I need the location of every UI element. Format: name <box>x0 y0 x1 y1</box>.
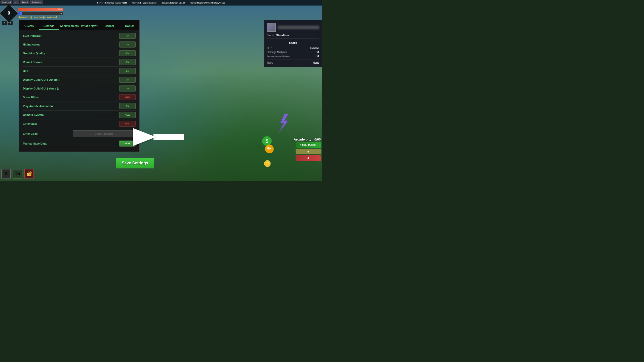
stamina-text: 30 <box>59 12 62 15</box>
stat-title-value: None <box>313 61 319 64</box>
score-sub1: 0 <box>2 21 7 25</box>
toggle-blur[interactable]: ON <box>119 68 136 74</box>
toggle-guild-others[interactable]: ON <box>119 77 136 83</box>
tab-quests[interactable]: Quests <box>19 22 39 30</box>
setting-row-camera: Camera System: NEW <box>23 111 136 119</box>
gold-currency-bar: 1000 / 150000 <box>296 142 321 148</box>
current-season-text: Current Season: Summer <box>132 2 156 4</box>
settings-panel: Quests Settings Achievements What's New?… <box>19 20 140 152</box>
nav-randomizer-button[interactable]: Randomizer <box>30 1 43 4</box>
code-input[interactable] <box>73 130 136 137</box>
status-inactive: Inactive [x2 weekend] <box>34 16 58 19</box>
setting-label-camera: Camera System: <box>23 113 45 116</box>
stand-label: Stand : <box>267 34 275 37</box>
manual-save-row: Manual Save Data: SAVE <box>23 139 136 148</box>
setting-row-arcade-anim: Play Arcade Animation: ON <box>23 102 136 111</box>
stats-title: Stats <box>267 41 319 45</box>
lightning-effect <box>277 113 292 133</box>
top-nav-buttons: Server List 1v1 Ranked Randomizer <box>0 0 44 4</box>
stat-dmg-mult-value: x1 <box>316 51 319 54</box>
coins-icon: 🪙 <box>264 160 271 167</box>
setting-label-cinematic: Cinematic: <box>23 122 37 125</box>
score-value: 0 <box>8 11 10 16</box>
currency-row-3: 0 <box>264 155 321 161</box>
bottom-icons: ⚙ 🛍 👑 <box>1 169 34 178</box>
save-settings-button[interactable]: Save Settings <box>116 158 154 168</box>
settings-icon-button[interactable]: ⚙ <box>1 169 11 178</box>
setting-row-graphics: Graphics Quality: HIGH <box>23 49 136 58</box>
server-id-text: Server ID: Genius Hunter #6856 <box>97 2 127 4</box>
toggle-camera-system[interactable]: NEW <box>119 112 136 118</box>
toggle-rain-snow[interactable]: ON <box>119 59 136 65</box>
hp-text: 350 <box>58 8 62 10</box>
stat-hp-label: HP : <box>267 47 272 50</box>
setting-label-rain: Rains / Snows: <box>23 61 43 64</box>
stat-dmg-mult-label: Damage Multiplier : <box>267 51 289 54</box>
setting-label-stun: Stun Indicator: <box>23 34 43 37</box>
dollar-icon: $ <box>262 136 272 146</box>
setting-label-guild-others: Display Guild GUI ( Others ): <box>23 78 60 81</box>
stat-dmg-income-label: Damage Income Multiplier : <box>267 55 291 57</box>
status-disabled: Disabled [x2] <box>18 16 32 19</box>
tab-bar: Quests Settings Achievements What's New?… <box>19 20 139 30</box>
setting-label-guild-yours: Display Guild GUI ( Yours ): <box>23 87 59 90</box>
server-region-text: Server Region: United States, Texas <box>190 2 225 4</box>
stamina-bar: 30 <box>18 12 63 15</box>
toggle-guild-yours[interactable]: ON <box>119 85 136 92</box>
manual-save-label: Manual Save Data: <box>23 142 47 145</box>
shop-icon-button[interactable]: 🛍 <box>13 169 22 178</box>
enter-code-row: Enter Code <box>23 128 136 139</box>
setting-label-arcade-anim: Play Arcade Animation: <box>23 105 54 108</box>
stat-title-label: Title : <box>267 61 273 64</box>
arcade-pity-text: Arcade pity : 0/60 <box>264 138 321 141</box>
stat-row-dmg-income: Damage Income Multiplier : x1 <box>267 55 319 58</box>
toggle-hitbox[interactable]: OFF <box>119 94 136 100</box>
setting-row-rain: Rains / Snows: ON <box>23 58 136 67</box>
stat-row-title: Title : None <box>267 60 319 64</box>
setting-row-cinematic: Cinematic: OFF <box>23 119 136 128</box>
tab-achievements[interactable]: Achievements <box>59 22 80 30</box>
setting-label-hit: Hit Indicator: <box>23 43 40 46</box>
tab-settings[interactable]: Settings <box>39 22 59 30</box>
stats-panel: Stand : Standless Stats HP : 350/350 Dam… <box>264 20 322 67</box>
setting-row-hitbox: Show Hitbox: OFF <box>23 93 136 102</box>
tab-banner[interactable]: Banner <box>100 22 119 30</box>
red-currency-bar: 0 <box>296 155 321 161</box>
settings-body: Stun Indicator: ON Hit Indicator: ON Gra… <box>19 30 139 149</box>
setting-label-graphics: Graphics Quality: <box>23 52 46 55</box>
nav-1v1-button[interactable]: 1v1 <box>13 1 19 4</box>
username-blur <box>278 26 319 29</box>
setting-row-stun-indicator: Stun Indicator: ON <box>23 31 136 40</box>
toggle-cinematic[interactable]: OFF <box>119 121 136 127</box>
hud-topleft: 0 0 0 <box>2 6 16 25</box>
enter-code-label: Enter Code <box>23 132 38 135</box>
setting-label-hitbox: Show Hitbox: <box>23 96 41 99</box>
stat-dmg-income-value: x1 <box>316 55 319 58</box>
top-bar: Server List 1v1 Ranked Randomizer Server… <box>0 0 322 6</box>
arrow-indicator <box>133 128 156 146</box>
toggle-arcade-animation[interactable]: ON <box>119 103 136 109</box>
stat-row-dmg-mult: Damage Multiplier : x1 <box>267 51 319 54</box>
server-lifetime-text: Server Lifetime: 01:21:10 <box>162 2 185 4</box>
nav-ranked-button[interactable]: Ranked <box>20 1 29 4</box>
percent-icon: % <box>265 145 274 153</box>
setting-row-guild-yours: Display Guild GUI ( Yours ): ON <box>23 84 136 93</box>
crown-icon-button[interactable]: 👑 <box>24 169 34 178</box>
setting-row-guild-others: Display Guild GUI ( Others ): ON <box>23 75 136 84</box>
tab-whatsnew[interactable]: What's New? <box>80 22 100 30</box>
setting-row-blur: Blur: ON <box>23 67 136 75</box>
setting-label-blur: Blur: <box>23 69 29 72</box>
toggle-hit-indicator[interactable]: ON <box>119 41 136 48</box>
status-text: Disabled [x2] Inactive [x2 weekend] <box>18 16 63 19</box>
stats-header <box>267 23 319 32</box>
stand-value: Standless <box>276 34 289 37</box>
toggle-stun-indicator[interactable]: ON <box>119 33 136 39</box>
olive-currency-bar: 0 <box>296 149 321 154</box>
avatar <box>267 23 276 32</box>
stat-hp-value: 350/350 <box>310 47 319 50</box>
stat-row-hp: HP : 350/350 <box>267 47 319 50</box>
health-bars: 350 30 Disabled [x2] Inactive [x2 weeken… <box>18 8 63 19</box>
tab-robux[interactable]: Robux <box>119 22 139 30</box>
nav-server-list-button[interactable]: Server List <box>1 1 12 4</box>
toggle-graphics-quality[interactable]: HIGH <box>119 50 136 56</box>
